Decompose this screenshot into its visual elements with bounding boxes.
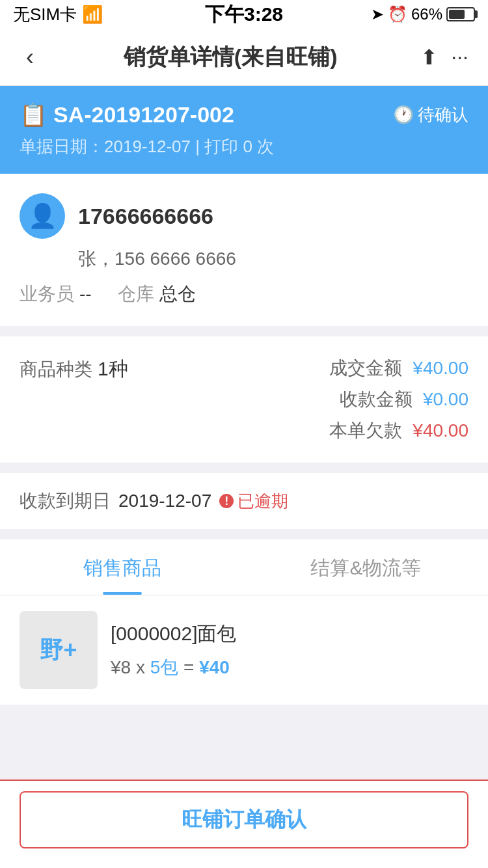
customer-name: 张，156 6666 6666 — [20, 247, 468, 271]
wifi-icon: 📶 — [82, 5, 103, 25]
tabs-container: 销售商品 结算&物流等 — [0, 539, 488, 595]
financial-stats: 成交金额 ¥40.00 收款金额 ¥0.00 本单欠款 ¥40.00 — [329, 356, 468, 443]
more-button[interactable]: ··· — [451, 45, 468, 69]
order-id: 📋 SA-20191207-002 — [20, 102, 234, 128]
location-icon: ➤ — [371, 5, 384, 23]
product-info: [0000002]面包 ¥8 x 5包 = ¥40 — [111, 621, 468, 680]
share-button[interactable]: ⬆ — [420, 45, 438, 70]
battery-percent: 66% — [411, 5, 442, 23]
customer-card: 👤 17666666666 张，156 6666 6666 业务员 -- 仓库 … — [0, 174, 488, 326]
carrier-text: 无SIM卡 — [13, 3, 77, 26]
alarm-icon: ⏰ — [388, 5, 407, 23]
status-bar: 无SIM卡 📶 下午3:28 ➤ ⏰ 66% — [0, 0, 488, 29]
status-time: 下午3:28 — [205, 1, 283, 28]
back-button[interactable]: ‹ — [20, 37, 40, 77]
clock-icon: 🕐 — [393, 105, 414, 125]
product-item: 野+ [0000002]面包 ¥8 x 5包 = ¥40 — [0, 595, 488, 705]
bottom-bar: 旺铺订单确认 — [0, 780, 488, 868]
sales-rep: 业务员 -- — [20, 282, 92, 306]
product-price-row: ¥8 x 5包 = ¥40 — [111, 655, 468, 680]
confirm-button[interactable]: 旺铺订单确认 — [20, 791, 468, 848]
products-section: 野+ [0000002]面包 ¥8 x 5包 = ¥40 — [0, 595, 488, 705]
tab-settlement-logistics[interactable]: 结算&物流等 — [244, 539, 488, 595]
received-amount: 收款金额 ¥0.00 — [340, 387, 468, 412]
overdue-icon: ! — [219, 494, 234, 508]
nav-bar: ‹ 销货单详情(来自旺铺) ⬆ ··· — [0, 29, 488, 86]
overdue-badge: ! 已逾期 — [219, 490, 288, 513]
customer-info-row: 业务员 -- 仓库 总仓 — [20, 282, 468, 306]
page-title: 销货单详情(来自旺铺) — [124, 42, 338, 72]
status-carrier: 无SIM卡 📶 — [13, 3, 103, 26]
warehouse: 仓库 总仓 — [118, 282, 196, 306]
product-types: 商品种类 1种 — [20, 356, 128, 383]
status-right: ➤ ⏰ 66% — [371, 5, 475, 23]
transaction-amount: 成交金额 ¥40.00 — [329, 356, 468, 381]
stats-card: 商品种类 1种 成交金额 ¥40.00 收款金额 ¥0.00 本单欠款 ¥40.… — [0, 336, 488, 463]
product-name: [0000002]面包 — [111, 621, 468, 647]
outstanding-amount: 本单欠款 ¥40.00 — [329, 418, 468, 443]
nav-actions: ⬆ ··· — [420, 45, 468, 70]
order-meta: 单据日期：2019-12-07 | 打印 0 次 — [20, 135, 468, 158]
battery-icon — [446, 7, 475, 21]
customer-phone: 17666666666 — [78, 204, 213, 229]
order-icon: 📋 — [20, 102, 47, 128]
avatar: 👤 — [20, 193, 65, 239]
tab-sales-products[interactable]: 销售商品 — [0, 539, 244, 595]
product-image: 野+ — [20, 611, 98, 689]
order-status: 🕐 待确认 — [393, 103, 468, 126]
due-date-card: 收款到期日 2019-12-07 ! 已逾期 — [0, 473, 488, 529]
order-header: 📋 SA-20191207-002 🕐 待确认 单据日期：2019-12-07 … — [0, 86, 488, 174]
